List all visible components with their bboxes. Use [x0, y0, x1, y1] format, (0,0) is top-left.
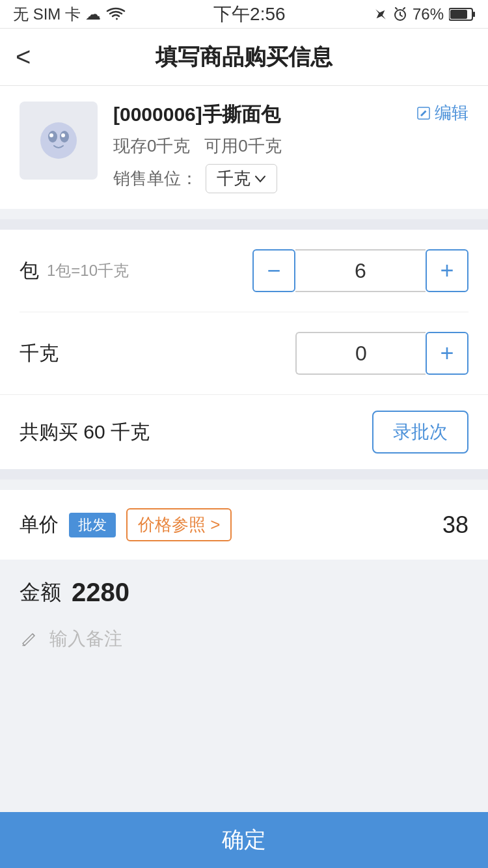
section-divider-2: [0, 469, 488, 480]
back-button[interactable]: <: [16, 42, 31, 72]
batch-button[interactable]: 录批次: [372, 411, 468, 454]
qty-label-kg: 千克: [20, 340, 59, 367]
qty-sub-label-bag: 1包=10千克: [47, 260, 129, 281]
svg-rect-7: [450, 10, 467, 19]
pencil-icon: [20, 629, 39, 649]
product-name: [0000006]手撕面包: [113, 102, 280, 128]
page-title: 填写商品购买信息: [156, 42, 332, 72]
product-card: [0000006]手撕面包 编辑 现存0千克 可用0千克 销售单位： 千克: [0, 86, 488, 209]
edit-button[interactable]: 编辑: [416, 102, 468, 124]
location-icon: [373, 7, 388, 21]
svg-rect-6: [473, 12, 475, 17]
nav-bar: < 填写商品购买信息: [0, 29, 488, 86]
svg-line-2: [400, 15, 402, 16]
edit-label: 编辑: [435, 102, 468, 124]
amount-row: 金额 2280: [20, 578, 468, 620]
product-logo-icon: [36, 121, 81, 160]
qty-control-kg: +: [295, 332, 468, 375]
svg-point-8: [40, 122, 77, 159]
battery-percent: 76%: [413, 5, 444, 23]
svg-line-3: [396, 8, 397, 9]
amount-label: 金额: [20, 578, 61, 607]
product-stock: 现存0千克 可用0千克: [113, 135, 468, 157]
svg-point-12: [61, 133, 65, 137]
qty-input-kg[interactable]: [295, 332, 426, 375]
total-section: 共购买 60 千克 录批次: [0, 394, 488, 469]
price-label: 单价: [20, 511, 59, 538]
chevron-down-icon: [254, 175, 266, 183]
total-value: 60: [83, 421, 105, 442]
qty-plus-kg[interactable]: +: [426, 332, 468, 375]
amount-section: 金额 2280 输入备注: [0, 560, 488, 671]
qty-control-bag: − +: [252, 249, 468, 292]
note-row[interactable]: 输入备注: [20, 620, 468, 671]
price-value: 38: [442, 511, 468, 539]
amount-value: 2280: [72, 578, 129, 607]
edit-icon: [416, 106, 431, 120]
status-bar: 无 SIM 卡 ☁ 下午2:56 76%: [0, 0, 488, 29]
total-text: 共购买 60 千克: [20, 419, 150, 446]
price-section: 单价 批发 价格参照 > 38: [0, 490, 488, 560]
status-right: 76%: [373, 5, 475, 23]
alarm-icon: [393, 7, 407, 21]
section-divider-1: [0, 219, 488, 230]
price-ref-button[interactable]: 价格参照 >: [126, 508, 232, 541]
battery-icon: [449, 7, 475, 21]
confirm-btn-label: 确定: [222, 825, 266, 855]
product-unit-row: 销售单位： 千克: [113, 164, 468, 193]
svg-line-4: [403, 8, 405, 9]
status-left: 无 SIM 卡 ☁: [13, 4, 126, 25]
product-info: [0000006]手撕面包 编辑 现存0千克 可用0千克 销售单位： 千克: [113, 102, 468, 193]
wifi-icon: [106, 7, 126, 21]
qty-label-bag: 包 1包=10千克: [20, 258, 129, 284]
price-tag: 批发: [69, 513, 116, 537]
svg-point-11: [49, 133, 53, 137]
qty-input-bag[interactable]: [295, 249, 426, 292]
qty-row-bag: 包 1包=10千克 − +: [20, 230, 468, 312]
qty-section: 包 1包=10千克 − + 千克 +: [0, 230, 488, 394]
note-placeholder: 输入备注: [49, 627, 122, 651]
qty-minus-bag[interactable]: −: [252, 249, 295, 292]
sim-status: 无 SIM 卡 ☁: [13, 4, 101, 25]
qty-row-kg: 千克 +: [20, 312, 468, 394]
product-image: [20, 102, 98, 180]
qty-plus-bag[interactable]: +: [426, 249, 468, 292]
status-time: 下午2:56: [213, 2, 286, 27]
confirm-button[interactable]: 确定: [0, 812, 488, 868]
unit-selector[interactable]: 千克: [206, 164, 277, 193]
